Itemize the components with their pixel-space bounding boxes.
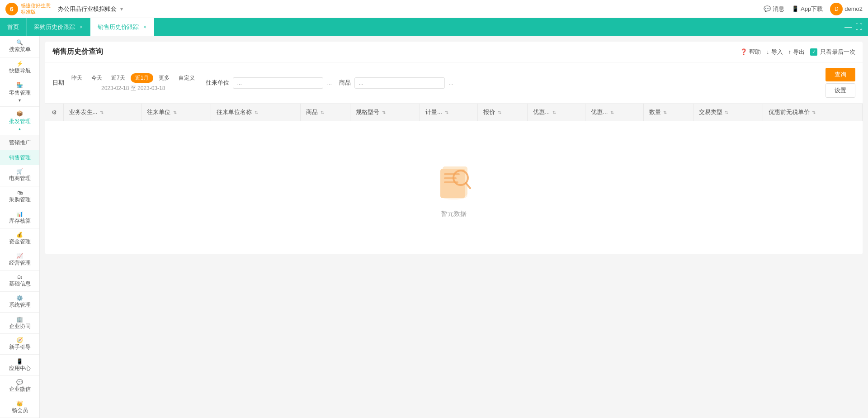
date-row1: 昨天 今天 近7天 近1月 更多 自定义 <box>68 73 198 83</box>
tab-sales-history[interactable]: 销售历史价跟踪 × <box>90 18 154 36</box>
product-dots-btn[interactable]: ... <box>448 80 453 86</box>
date-options: 昨天 今天 近7天 近1月 更多 自定义 2023-02-18 至 2023-0… <box>68 73 198 92</box>
th-quantity[interactable]: 数量 ⇅ <box>643 104 693 121</box>
empty-text: 暂元数据 <box>441 210 467 218</box>
yesterday-btn[interactable]: 昨天 <box>68 73 86 83</box>
logo-icon: 6 <box>5 3 18 15</box>
sidebar-item-wholesale[interactable]: 📦 批发管理 ▴ <box>0 107 39 135</box>
retail-icon: 🏪 <box>16 82 23 88</box>
th-partner-name[interactable]: 往来单位名称 ⇅ <box>211 104 300 121</box>
tab-spacer <box>154 18 839 36</box>
table-body: 暂元数据 <box>45 121 863 255</box>
sidebar-item-basics[interactable]: 🗂 基础信息 <box>0 271 39 292</box>
th-quoted-price[interactable]: 报价 ⇅ <box>478 104 528 121</box>
top-bar: 6 畅捷信好生意 标准版 办公用品行业模拟账套 ▾ 💬 消息 📱 App下载 D… <box>0 0 868 18</box>
date-label: 日期 <box>52 79 64 87</box>
wholesale-icon: 📦 <box>16 110 23 117</box>
apps-icon: 📱 <box>16 358 23 365</box>
sidebar-item-quick-nav[interactable]: ⚡ 快捷导航 <box>0 57 39 79</box>
message-btn[interactable]: 💬 消息 <box>764 5 784 13</box>
partner-filter-group: 往来单位 ... <box>206 77 332 89</box>
sidebar-item-member[interactable]: 👑 畅会员 <box>0 397 39 418</box>
th-product[interactable]: 商品 ⇅ <box>301 104 350 121</box>
svg-rect-2 <box>440 169 465 198</box>
sidebar-item-finance[interactable]: 💰 资金管理 <box>0 228 39 250</box>
sidebar-item-guide[interactable]: 🧭 新手引导 <box>0 334 39 355</box>
date-filter-group: 日期 昨天 今天 近7天 近1月 更多 自定义 2023-02-18 至 202… <box>52 73 198 92</box>
suite-dropdown-icon[interactable]: ▾ <box>120 6 123 12</box>
sidebar-item-purchase[interactable]: 🛍 采购管理 <box>0 186 39 208</box>
date-range-display: 2023-02-18 至 2023-03-18 <box>101 85 165 92</box>
sidebar-sub-marketing[interactable]: 营销推广 <box>0 135 39 150</box>
sidebar-item-wechat[interactable]: 💬 企业微信 <box>0 376 39 397</box>
svg-rect-3 <box>444 173 460 175</box>
filter-area: 日期 昨天 今天 近7天 近1月 更多 自定义 2023-02-18 至 202… <box>45 62 863 104</box>
sidebar-item-enterprise[interactable]: 🏢 企业协同 <box>0 313 39 334</box>
tab-maximize-btn[interactable]: ⛶ <box>855 23 863 31</box>
tab-actions: — ⛶ <box>839 18 868 36</box>
th-spec[interactable]: 规格型号 ⇅ <box>350 104 420 121</box>
sidebar-sub-sales[interactable]: 销售管理 <box>0 150 39 165</box>
sidebar-item-ecommerce[interactable]: 🛒 电商管理 <box>0 165 39 186</box>
user-area[interactable]: D demo2 <box>830 3 863 15</box>
tab-bar: 首页 采购历史价跟踪 × 销售历史价跟踪 × — ⛶ <box>0 18 868 36</box>
quicknav-icon: ⚡ <box>16 61 23 67</box>
guide-icon: 🧭 <box>16 337 23 343</box>
sidebar-item-retail[interactable]: 🏪 零售管理 ▾ <box>0 78 39 107</box>
operations-icon: 📈 <box>16 253 23 259</box>
th-partner-code[interactable]: 往来单位 ⇅ <box>141 104 211 121</box>
th-discount1[interactable]: 优惠... ⇅ <box>528 104 585 121</box>
th-discount2[interactable]: 优惠... ⇅ <box>585 104 643 121</box>
logo-text: 畅捷信好生意 标准版 <box>21 3 51 14</box>
sidebar-item-system[interactable]: ⚙️ 系统管理 <box>0 292 39 313</box>
tab-purchase-history[interactable]: 采购历史价跟踪 × <box>27 18 90 36</box>
main-layout: 🔍 搜索菜单 ⚡ 快捷导航 🏪 零售管理 ▾ 📦 批发管理 ▴ 营销推广 销售管… <box>0 36 868 418</box>
message-icon: 💬 <box>764 5 771 12</box>
query-button[interactable]: 查询 <box>826 68 855 81</box>
sidebar-item-inventory[interactable]: 📊 库存核算 <box>0 207 39 228</box>
help-icon: ❓ <box>740 48 747 55</box>
tab-minimize-btn[interactable]: — <box>844 23 852 31</box>
th-trade-type[interactable]: 交易类型 ⇅ <box>693 104 763 121</box>
suite-title: 办公用品行业模拟账套 <box>58 5 117 13</box>
partner-dots-btn[interactable]: ... <box>327 80 332 86</box>
basics-icon: 🗂 <box>17 274 23 280</box>
wechat-icon: 💬 <box>16 379 23 385</box>
sidebar-item-search[interactable]: 🔍 搜索菜单 <box>0 36 39 57</box>
export-btn[interactable]: ↑ 导出 <box>788 48 805 56</box>
data-table: ⚙ 业务发生... ⇅ 往来单位 ⇅ 往来单位名称 ⇅ 商品 ⇅ 规格型号 ⇅ … <box>45 104 863 254</box>
only-last-checkbox[interactable]: ✓ <box>810 48 817 56</box>
empty-state-row: 暂元数据 <box>45 121 863 255</box>
only-last-checkbox-area[interactable]: ✓ 只看最后一次 <box>810 48 855 56</box>
table-head: ⚙ 业务发生... ⇅ 往来单位 ⇅ 往来单位名称 ⇅ 商品 ⇅ 规格型号 ⇅ … <box>45 104 863 121</box>
th-gear[interactable]: ⚙ <box>45 104 63 121</box>
th-unit[interactable]: 计量... ⇅ <box>420 104 478 121</box>
help-btn[interactable]: ❓ 帮助 <box>740 48 761 56</box>
tab-home[interactable]: 首页 <box>0 18 27 36</box>
search-icon: 🔍 <box>16 39 23 46</box>
retail-arrow-icon: ▾ <box>19 98 21 103</box>
page-card: 销售历史价查询 ❓ 帮助 ↓ 导入 ↑ 导出 ✓ <box>45 42 863 254</box>
th-pre-tax-price[interactable]: 优惠前无税单价 ⇅ <box>763 104 862 121</box>
settings-button[interactable]: 设置 <box>826 83 855 98</box>
last7days-btn[interactable]: 近7天 <box>108 73 129 83</box>
finance-icon: 💰 <box>16 232 23 238</box>
today-btn[interactable]: 今天 <box>88 73 106 83</box>
product-label: 商品 <box>339 79 351 87</box>
page-title: 销售历史价查询 <box>52 47 103 57</box>
sidebar-item-apps[interactable]: 📱 应用中心 <box>0 355 39 376</box>
last1month-btn[interactable]: 近1月 <box>131 73 154 83</box>
app-download-btn[interactable]: 📱 App下载 <box>792 5 823 13</box>
more-btn[interactable]: 更多 <box>155 73 173 83</box>
tab-sales-close-btn[interactable]: × <box>143 24 146 30</box>
import-btn[interactable]: ↓ 导入 <box>766 48 783 56</box>
partner-input[interactable] <box>233 77 323 89</box>
product-input[interactable] <box>354 77 445 89</box>
custom-btn[interactable]: 自定义 <box>175 73 198 83</box>
sidebar-item-operations[interactable]: 📈 经营管理 <box>0 249 39 271</box>
member-icon: 👑 <box>16 400 23 407</box>
sidebar: 🔍 搜索菜单 ⚡ 快捷导航 🏪 零售管理 ▾ 📦 批发管理 ▴ 营销推广 销售管… <box>0 36 40 418</box>
th-business-date[interactable]: 业务发生... ⇅ <box>63 104 141 121</box>
purchase-icon: 🛍 <box>17 190 23 196</box>
tab-purchase-close-btn[interactable]: × <box>80 24 83 30</box>
